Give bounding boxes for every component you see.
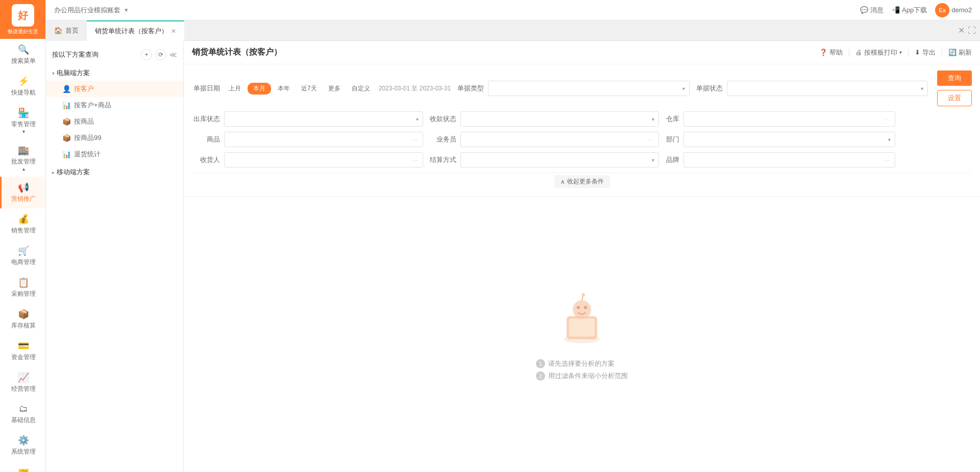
query-btn[interactable]: 查询 [937,70,972,86]
product99-icon: 📦 [62,134,71,142]
help-btn[interactable]: ❓ 帮助 [819,48,843,57]
settlement-select[interactable]: ▾ [460,152,659,168]
scheme-panel-header: 按以下方案查询 + ⟳ ≪ [46,46,183,63]
svg-rect-2 [569,319,595,337]
warehouse-select[interactable]: ··· [683,111,895,127]
system-icon: ⚙️ [18,435,29,446]
message-btn[interactable]: 💬 消息 [860,6,884,15]
sidebar-item-quicknav[interactable]: ⚡ 快捷导航 [0,70,45,102]
scheme-item-label: 按客户 [74,84,94,93]
product-dots[interactable]: ··· [411,136,419,144]
sidebar-item-ecommerce[interactable]: 🛒 电商管理 [0,240,45,272]
empty-illustration [551,288,612,351]
settings-btn[interactable]: 设置 [937,90,972,106]
home-icon: 🏠 [54,27,62,34]
salesperson-dots[interactable]: ··· [648,136,655,144]
svg-point-3 [573,300,591,319]
divider3 [942,49,942,56]
order-type-select[interactable]: ▾ [488,81,689,96]
tab-sales-stat-label: 销货单统计表（按客户） [95,27,168,36]
date-btn-more[interactable]: 更多 [324,83,345,95]
sidebar-item-inventory[interactable]: 📦 库存核算 [0,303,45,335]
tab-sales-stat[interactable]: 销货单统计表（按客户） ✕ [87,20,184,41]
tab-close-all-btn[interactable]: ✕ [958,26,965,35]
scheme-collapse-btn[interactable]: ≪ [169,51,177,59]
tip-text-2: 用过滤条件来缩小分析范围 [548,371,628,381]
scheme-group-desktop-header[interactable]: ▾ 电脑端方案 [46,65,183,81]
scheme-item-return-stat[interactable]: 📊 退货统计 [46,146,183,162]
sidebar-item-search[interactable]: 🔍 搜索菜单 [0,39,45,70]
scheme-panel-actions: + ⟳ ≪ [141,49,177,60]
scheme-item-by-customer-product[interactable]: 📊 按客户+商品 [46,97,183,113]
refresh-label: 刷新 [959,48,972,57]
payment-status-select[interactable]: ▾ [460,111,659,127]
sidebar-item-basic[interactable]: 🗂 基础信息 [0,398,45,430]
close-icon[interactable]: ✕ [171,28,176,35]
order-type-label: 单据类型 [456,84,484,93]
header-right: 💬 消息 📲 App下载 Ea demo2 [860,3,972,17]
tip-num-2: 2 [536,371,545,381]
sidebar-item-label: 资金管理 [11,353,36,362]
tab-home[interactable]: 🏠 首页 [46,20,87,41]
user-area[interactable]: Ea demo2 [935,3,972,17]
date-btn-custom[interactable]: 自定义 [347,83,375,95]
sidebar-item-marketing[interactable]: 📢 营销推广 [0,177,45,208]
finance-icon: 💳 [18,340,29,351]
delivery-status-select[interactable]: ▾ [224,111,423,127]
sidebar-item-purchase[interactable]: 📋 采购管理 [0,272,45,303]
scheme-group-mobile-header[interactable]: ▸ 移动端方案 [46,164,183,180]
sidebar: 好 畅捷通好生意 🔍 搜索菜单 ⚡ 快捷导航 🏪 零售管理 ▾ 🏬 批发管理 ▴… [0,0,46,472]
tip-num-1: 1 [536,359,545,368]
sidebar-item-system[interactable]: ⚙️ 系统管理 [0,430,45,461]
sidebar-item-sales[interactable]: 💰 销售管理 [0,208,45,240]
sidebar-item-cooperation[interactable]: 🤝 企业协同 [0,461,45,472]
date-btn-this-year[interactable]: 本年 [273,83,295,95]
date-btn-this-month[interactable]: 本月 [248,83,271,95]
sidebar-item-label: 批发管理 [11,157,36,166]
scheme-refresh-btn[interactable]: ⟳ [155,49,166,60]
order-status-label: 单据状态 [695,84,723,93]
export-btn[interactable]: ⬇ 导出 [915,48,936,57]
avatar: Ea [935,3,949,17]
empty-svg [551,288,612,349]
ecommerce-icon: 🛒 [18,245,29,256]
refresh-btn[interactable]: 🔄 刷新 [948,48,972,57]
page-header: 销货单统计表（按客户） ❓ 帮助 🖨 按模板打印 ▾ ⬇ [184,41,980,64]
operations-icon: 📈 [18,372,29,383]
svg-line-6 [582,296,583,300]
salesperson-select[interactable]: ··· [460,132,659,147]
scheme-item-by-product-99[interactable]: 📦 按商品99 [46,130,183,146]
brand-dots[interactable]: ··· [884,156,891,164]
order-status-select[interactable]: ▾ [727,81,928,96]
warehouse-label: 仓库 [664,114,679,124]
product-select[interactable]: ··· [224,132,423,147]
scheme-item-by-product[interactable]: 📦 按商品 [46,113,183,130]
dropdown-arrow[interactable]: ▾ [125,6,128,14]
tab-home-label: 首页 [65,26,79,35]
department-select[interactable]: ▾ [683,132,895,147]
print-btn[interactable]: 🖨 按模板打印 ▾ [855,48,902,57]
export-icon: ⬇ [915,49,920,56]
sidebar-item-operations[interactable]: 📈 经营管理 [0,367,45,398]
collapse-more-btn[interactable]: ∧ 收起更多条件 [554,175,610,188]
sidebar-item-retail[interactable]: 🏪 零售管理 ▾ [0,102,45,139]
brand-select[interactable]: ··· [683,152,895,168]
header-left: 办公用品行业模拟账套 ▾ [54,6,128,15]
scheme-add-btn[interactable]: + [141,49,152,60]
sidebar-item-wholesale[interactable]: 🏬 批发管理 ▴ [0,139,45,177]
scheme-item-by-customer[interactable]: 👤 按客户 [46,81,183,97]
sidebar-item-finance[interactable]: 💳 资金管理 [0,335,45,367]
page-title: 销货单统计表（按客户） [192,47,282,58]
return-icon: 📊 [62,150,71,158]
brand-label: 品牌 [664,155,679,164]
app-download-btn[interactable]: 📲 App下载 [892,6,927,15]
warehouse-dots[interactable]: ··· [884,115,891,123]
top-header: 办公用品行业模拟账套 ▾ 💬 消息 📲 App下载 Ea demo2 [46,0,980,20]
consignee-select[interactable]: ··· [224,152,423,168]
tab-expand-btn[interactable]: ⛶ [968,26,976,35]
consignee-dots[interactable]: ··· [411,156,419,164]
date-btn-last-month[interactable]: 上月 [224,83,246,95]
sidebar-item-label: 库存核算 [11,321,36,330]
sidebar-item-label: 电商管理 [11,258,36,267]
date-btn-7days[interactable]: 近7天 [297,83,322,95]
